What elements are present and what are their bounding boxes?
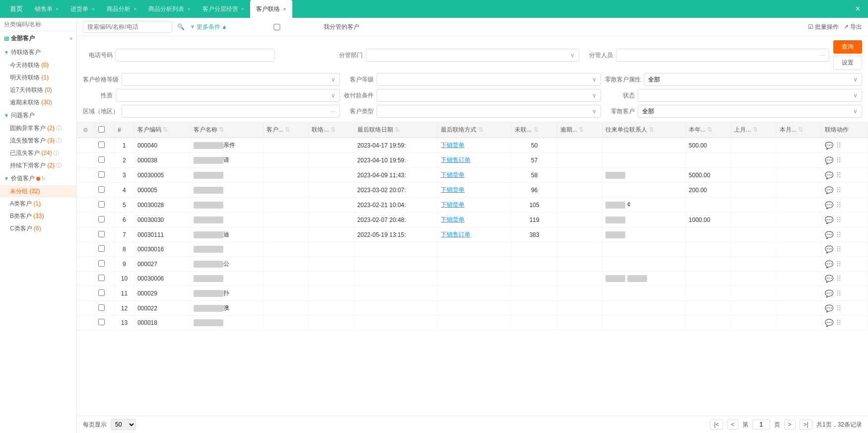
row-last-method[interactable]: 下销货单 xyxy=(438,213,512,227)
filter-search-icon[interactable]: 🔍 xyxy=(177,23,185,30)
this-month-col-header[interactable]: 本月... ⇅ xyxy=(776,122,822,138)
sidebar-item-near7[interactable]: 近7天待联络 (0) xyxy=(0,84,76,96)
more-icon[interactable]: ⠿ xyxy=(836,275,841,283)
checkbox-col-header[interactable] xyxy=(95,122,114,138)
all-customers-header[interactable]: ⊞ 全部客户 « xyxy=(0,31,76,46)
contact-col-header[interactable]: 联络... ⇅ xyxy=(309,122,354,138)
last-method-col-header[interactable]: 最后联络方式 ⇅ xyxy=(438,122,512,138)
sidebar-item-lost[interactable]: 已流失客户 (24) ⓘ xyxy=(0,147,76,159)
customer-type-select[interactable]: ∨ xyxy=(377,105,601,118)
sidebar-collapse-icon[interactable]: « xyxy=(69,36,72,41)
sidebar-item-tomorrow[interactable]: 明天待联络 (1) xyxy=(0,72,76,84)
sidebar-item-a-class[interactable]: A类客户 (1) xyxy=(0,198,76,210)
sidebar-item-declining[interactable]: 持续下滑客户 (2) ⓘ xyxy=(0,159,76,172)
contact-icon[interactable]: 💬 xyxy=(825,245,833,253)
batch-ops-btn[interactable]: ☑ 批量操作 xyxy=(808,23,839,31)
per-page-select[interactable]: 50 100 xyxy=(111,419,136,430)
sidebar-search-input[interactable] xyxy=(4,21,77,28)
row-last-method[interactable] xyxy=(438,272,512,286)
more-icon[interactable]: ⠿ xyxy=(836,201,841,209)
close-sales-tab[interactable]: × xyxy=(56,6,59,12)
row-checkbox[interactable] xyxy=(98,275,105,281)
sidebar-item-abnormal[interactable]: 固购异常客户 (2) ⓘ xyxy=(0,122,76,135)
select-all-checkbox[interactable] xyxy=(98,126,105,133)
contact-icon[interactable]: 💬 xyxy=(825,186,833,194)
more-icon[interactable]: ⠿ xyxy=(836,186,841,194)
row-checkbox[interactable] xyxy=(98,201,105,208)
problem-customers-group[interactable]: ▼ 问题客户 xyxy=(0,109,76,122)
not-contacted-col-header[interactable]: 未联... ⇅ xyxy=(512,122,557,138)
more-icon[interactable]: ⠿ xyxy=(836,171,841,179)
row-checkbox[interactable] xyxy=(98,156,105,163)
close-product-analysis-list-tab[interactable]: × xyxy=(187,6,190,12)
more-icon[interactable]: ⠿ xyxy=(836,304,841,312)
contact-icon[interactable]: 💬 xyxy=(825,275,833,283)
sidebar-item-churn-risk[interactable]: 流失预警客户 (3) ⓘ xyxy=(0,135,76,147)
row-checkbox[interactable] xyxy=(98,186,105,193)
sidebar-item-today[interactable]: 今天待联络 (0) xyxy=(0,59,76,72)
row-last-method[interactable]: 下销货单 xyxy=(438,183,512,198)
close-customer-contact-tab[interactable]: × xyxy=(283,6,286,12)
more-icon[interactable]: ⠿ xyxy=(836,289,841,297)
more-icon[interactable]: ⠿ xyxy=(836,260,841,268)
contact-icon[interactable]: 💬 xyxy=(825,216,833,224)
tab-sales[interactable]: 销售单 × xyxy=(29,0,65,18)
manager-select[interactable]: ··· xyxy=(616,49,829,62)
contact-icon[interactable]: 💬 xyxy=(825,201,833,209)
tab-customer-contact[interactable]: 客户联络 × xyxy=(250,0,292,18)
phone-input[interactable] xyxy=(116,49,274,62)
close-product-analysis-tab[interactable]: × xyxy=(134,6,136,12)
row-last-method[interactable]: 下销售订单 xyxy=(438,153,512,168)
row-last-method[interactable]: 下销售订单 xyxy=(438,227,512,242)
last-month-col-header[interactable]: 上月... ⇅ xyxy=(731,122,777,138)
ctype-col-header[interactable]: 客户... ⇅ xyxy=(263,122,309,138)
refresh-icon[interactable]: ↻ xyxy=(41,175,46,182)
row-checkbox[interactable] xyxy=(98,304,105,311)
tab-product-analysis[interactable]: 商品分析 × xyxy=(101,0,142,18)
row-checkbox[interactable] xyxy=(98,142,105,148)
last-date-col-header[interactable]: 最后联络日期 ⇅ xyxy=(354,122,437,138)
my-customers-checkbox[interactable] xyxy=(232,24,322,30)
tab-purchase[interactable]: 进货单 × xyxy=(65,0,100,18)
row-checkbox[interactable] xyxy=(98,245,105,252)
tab-home[interactable]: 首页 xyxy=(4,0,29,18)
row-last-method[interactable] xyxy=(438,316,512,330)
contact-icon[interactable]: 💬 xyxy=(825,289,833,297)
nature-select[interactable]: ∨ xyxy=(116,89,340,102)
more-conditions-btn[interactable]: ▼ 更多条件 ▲ xyxy=(190,23,227,31)
sidebar-item-c-class[interactable]: C类客户 (6) xyxy=(0,222,76,235)
contact-person-col-header[interactable]: 往来单位联系人 ⇅ xyxy=(602,122,685,138)
export-btn[interactable]: ↗ 导出 xyxy=(844,23,862,31)
region-select[interactable]: ··· xyxy=(122,105,340,118)
dept-select[interactable]: ∨ xyxy=(366,49,579,62)
contact-icon[interactable]: 💬 xyxy=(825,231,833,239)
first-page-btn[interactable]: |< xyxy=(710,420,723,430)
table-settings-icon[interactable]: ⚙ xyxy=(83,127,88,134)
row-last-method[interactable] xyxy=(438,286,512,301)
status-select[interactable]: ∨ xyxy=(638,89,862,102)
close-purchase-tab[interactable]: × xyxy=(91,6,94,12)
tab-product-analysis-list[interactable]: 商品分析列表 × xyxy=(142,0,196,18)
close-customer-segment-tab[interactable]: × xyxy=(241,6,244,12)
search-input[interactable] xyxy=(83,21,172,33)
contact-icon[interactable]: 💬 xyxy=(825,171,833,179)
this-year-col-header[interactable]: 本年... ⇅ xyxy=(685,122,731,138)
row-checkbox[interactable] xyxy=(98,289,105,296)
more-icon[interactable]: ⠿ xyxy=(836,216,841,224)
row-checkbox[interactable] xyxy=(98,260,105,267)
contact-icon[interactable]: 💬 xyxy=(825,319,833,327)
row-checkbox[interactable] xyxy=(98,231,105,237)
row-last-method[interactable] xyxy=(438,257,512,272)
row-last-method[interactable] xyxy=(438,242,512,257)
contact-icon[interactable]: 💬 xyxy=(825,156,833,164)
name-col-header[interactable]: 客户名称 ⇅ xyxy=(190,122,263,138)
query-btn[interactable]: 查询 xyxy=(833,40,862,54)
row-last-method[interactable]: 下销货单 xyxy=(438,198,512,213)
more-icon[interactable]: ⠿ xyxy=(836,231,841,239)
payment-select[interactable]: ∨ xyxy=(377,89,601,102)
window-close-btn[interactable]: × xyxy=(852,4,864,13)
sidebar-item-overdue[interactable]: 逾期未联络 (30) xyxy=(0,96,76,109)
overdue-col-header[interactable]: 逾期... ⇅ xyxy=(557,122,602,138)
customer-grade-select[interactable]: ∨ xyxy=(377,73,601,86)
row-checkbox[interactable] xyxy=(98,216,105,222)
